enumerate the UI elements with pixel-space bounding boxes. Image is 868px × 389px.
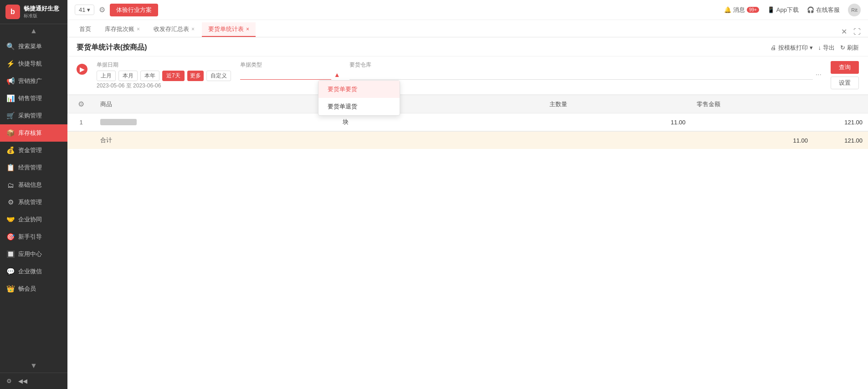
sidebar-item-label: 新手引导 [18, 233, 42, 241]
sidebar-item-guide[interactable]: 🎯 新手引导 [0, 228, 67, 246]
chart-icon: 📊 [6, 94, 15, 102]
filter-date-label: 单据日期 [97, 61, 231, 69]
date-btn-last7days[interactable]: 近7天 [162, 71, 185, 81]
table-row: 1 块 11.00 121.00 [67, 113, 868, 131]
date-btn-curr-year[interactable]: 本年 [140, 71, 159, 81]
trial-btn[interactable]: 体验行业方案 [110, 4, 158, 16]
bell-icon: 🔔 [724, 6, 731, 13]
refresh-btn[interactable]: ↻ 刷新 [840, 44, 859, 52]
app-download-btn[interactable]: 📱 App下载 [767, 6, 799, 14]
column-settings-icon[interactable]: ⚙ [78, 100, 84, 108]
top-header: 41 ▾ ⚙ 体验行业方案 🔔 消息 99+ 📱 App下载 🎧 在线客服 Ri… [67, 0, 868, 20]
filter-type-input[interactable] [240, 70, 331, 80]
filter-date-group: 单据日期 上月 本月 本年 近7天 更多 自定义 2023-05-06 至 20… [97, 61, 231, 90]
sidebar-item-quick-nav[interactable]: ⚡ 快捷导航 [0, 55, 67, 72]
tab-order-stats[interactable]: 要货单统计表 × [202, 22, 256, 37]
sidebar-scroll-up[interactable]: ▲ [0, 24, 67, 38]
sidebar-item-label: 畅会员 [18, 285, 36, 293]
date-btn-curr-month[interactable]: 本月 [118, 71, 138, 81]
sidebar-item-label: 快捷导航 [18, 60, 42, 68]
header-settings-icon[interactable]: ⚙ [99, 5, 105, 14]
sidebar-item-enterprise-wechat[interactable]: 💬 企业微信 [0, 263, 67, 280]
sidebar-item-basic-info[interactable]: 🗂 基础信息 [0, 176, 67, 194]
sidebar-item-label: 基础信息 [18, 181, 42, 189]
online-service-btn[interactable]: 🎧 在线客服 [807, 6, 840, 14]
sidebar-item-label: 应用中心 [18, 250, 42, 258]
sidebar-item-label: 经营管理 [18, 164, 42, 172]
sidebar-item-label: 销售管理 [18, 94, 42, 102]
footer-amount: 121.00 [808, 137, 863, 144]
store-selector[interactable]: 41 ▾ [75, 5, 94, 15]
sidebar-item-sales[interactable]: 📊 销售管理 [0, 90, 67, 107]
top-right: 🔔 消息 99+ 📱 App下载 🎧 在线客服 Rit [724, 4, 861, 16]
table-container: ⚙ 商品 主计量单位 主数量 零售金额 1 [67, 95, 868, 131]
tab-close-all-btn[interactable]: ✕ [839, 26, 849, 37]
table-footer: 合计 11.00 121.00 [67, 131, 868, 149]
sidebar-item-label: 资金管理 [18, 146, 42, 154]
sidebar-item-enterprise[interactable]: 🤝 企业协同 [0, 211, 67, 228]
print-btn[interactable]: 🖨 按模板打印 ▾ [770, 44, 813, 52]
footer-quantity: 11.00 [753, 137, 808, 144]
col-quantity: 主数量 [544, 95, 691, 113]
query-btn[interactable]: 查询 [831, 61, 859, 74]
print-dropdown-icon: ▾ [810, 44, 813, 51]
tab-receivable-summary-label: 收发存汇总表 [154, 25, 189, 33]
sidebar-item-app-center[interactable]: 🔲 应用中心 [0, 246, 67, 263]
dropdown-item-order-return[interactable]: 要货单退货 [318, 98, 400, 115]
chevron-up-icon: ▲ [30, 27, 37, 35]
messages-badge: 99+ [747, 7, 759, 13]
row-quantity: 11.00 [544, 113, 691, 131]
export-btn[interactable]: ↓ 导出 [818, 44, 835, 52]
sidebar-settings-btn[interactable]: ⚙ [6, 378, 12, 384]
settings-filter-btn[interactable]: 设置 [831, 77, 859, 89]
date-btn-custom[interactable]: 自定义 [206, 71, 231, 81]
chevron-down-icon: ▼ [30, 362, 37, 370]
logo-icon: b [5, 5, 20, 19]
date-range-text: 2023-05-06 至 2023-06-06 [97, 82, 231, 90]
footer-label: 合计 [73, 136, 187, 144]
row-product [95, 113, 337, 131]
megaphone-icon: 📢 [6, 77, 15, 85]
sidebar-item-members[interactable]: 👑 畅会员 [0, 280, 67, 297]
sidebar-item-finance[interactable]: 💰 资金管理 [0, 142, 67, 159]
tab-expand-btn[interactable]: ⛶ [852, 27, 863, 37]
filter-warehouse-label: 要货仓库 [349, 61, 822, 69]
sidebar-logo: b 畅捷通好生意 标准版 [0, 0, 67, 24]
tab-receivable-summary-close[interactable]: × [191, 26, 195, 32]
tab-receivable-summary[interactable]: 收发存汇总表 × [147, 22, 201, 37]
tab-inventory-batch[interactable]: 库存批次账 × [98, 22, 146, 37]
product-name-blur [100, 119, 137, 125]
dropdown-item-order-goods[interactable]: 要货单要货 [318, 81, 400, 98]
sidebar-scroll-down[interactable]: ▼ [0, 359, 67, 373]
folder-icon: 🗂 [6, 181, 15, 189]
sidebar-item-label: 企业微信 [18, 267, 42, 276]
gear-icon: ⚙ [6, 198, 15, 206]
tab-home[interactable]: 首页 [73, 22, 98, 37]
col-product: 商品 [95, 95, 337, 113]
filter-warehouse-more-icon[interactable]: ··· [816, 71, 822, 79]
sidebar-item-label: 搜索菜单 [18, 42, 42, 51]
sidebar-collapse-btn[interactable]: ◀◀ [18, 378, 27, 384]
sidebar-item-inventory[interactable]: 📦 库存核算 [0, 124, 67, 142]
table-header-row: ⚙ 商品 主计量单位 主数量 零售金额 [67, 95, 868, 113]
date-btn-prev-month[interactable]: 上月 [97, 71, 116, 81]
date-btn-more[interactable]: 更多 [187, 71, 204, 81]
sidebar-item-operations[interactable]: 📋 经营管理 [0, 159, 67, 176]
row-index: 1 [67, 113, 95, 131]
box-icon: 📦 [6, 129, 15, 137]
page-title-bar: 要货单统计表(按商品) 🖨 按模板打印 ▾ ↓ 导出 ↻ 刷新 [67, 37, 868, 56]
clipboard-icon: 📋 [6, 164, 15, 172]
type-dropdown-popup: 要货单要货 要货单退货 [318, 80, 400, 116]
tab-inventory-batch-close[interactable]: × [137, 26, 140, 32]
tab-order-stats-close[interactable]: × [246, 26, 249, 32]
avatar[interactable]: Rit [848, 4, 861, 16]
filter-type-arrow-up-icon[interactable]: ▲ [334, 71, 340, 78]
chat-icon: 💬 [6, 267, 15, 276]
filter-expand-btn[interactable]: ▶ [77, 64, 87, 75]
sidebar-item-system[interactable]: ⚙ 系统管理 [0, 194, 67, 211]
filter-warehouse-input[interactable] [349, 70, 813, 80]
messages-btn[interactable]: 🔔 消息 99+ [724, 6, 759, 14]
sidebar-item-marketing[interactable]: 📢 营销推广 [0, 72, 67, 90]
sidebar-item-purchase[interactable]: 🛒 采购管理 [0, 107, 67, 124]
sidebar-item-search[interactable]: 🔍 搜索菜单 [0, 38, 67, 55]
